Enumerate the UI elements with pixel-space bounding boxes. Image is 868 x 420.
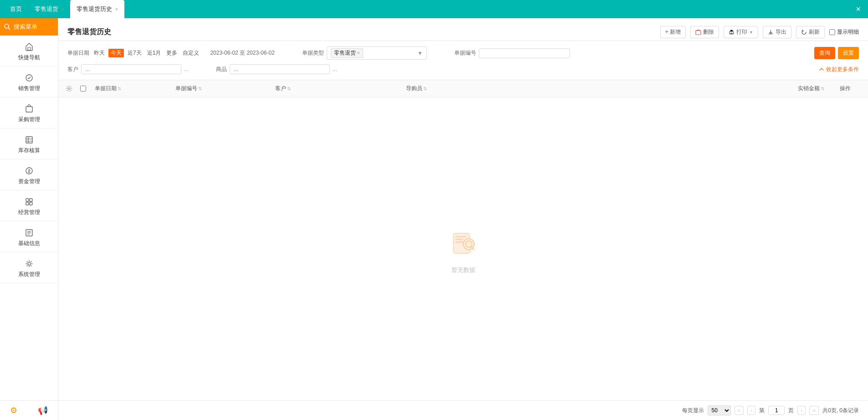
sidebar-gear-icon[interactable]: ⚙ bbox=[10, 405, 17, 415]
sidebar-search[interactable]: 搜索菜单 bbox=[0, 18, 58, 36]
th-date-label: 单据日期 bbox=[95, 85, 117, 92]
query-button[interactable]: 查询 bbox=[814, 47, 835, 59]
bill-type-select-arrow: ▼ bbox=[417, 50, 423, 56]
svg-point-3 bbox=[26, 75, 32, 81]
tab-home[interactable]: 首页 bbox=[4, 0, 28, 18]
page-label: 第 bbox=[759, 407, 765, 415]
date-opt-1month[interactable]: 近1月 bbox=[145, 49, 163, 57]
show-detail-label: 显示明细 bbox=[837, 28, 859, 36]
th-guide[interactable]: 导购员 ⇅ bbox=[403, 81, 503, 96]
sidebar-item-finance[interactable]: 资金管理 bbox=[0, 159, 58, 190]
sidebar-item-system-mgmt[interactable]: 系统管理 bbox=[0, 252, 58, 283]
svg-rect-29 bbox=[455, 241, 464, 243]
finance-icon bbox=[24, 166, 34, 176]
goods-input[interactable] bbox=[230, 64, 330, 74]
goods-dots[interactable]: ... bbox=[333, 66, 337, 72]
delete-button[interactable]: 删除 bbox=[690, 26, 719, 38]
sidebar-item-inventory-label: 库存核算 bbox=[18, 147, 40, 154]
th-bill-no-sort: ⇅ bbox=[198, 86, 202, 91]
refresh-button[interactable]: 刷新 bbox=[796, 26, 825, 38]
tab-retail-return-history[interactable]: 零售退货历史 × bbox=[70, 0, 124, 18]
last-page-button[interactable]: » bbox=[809, 406, 819, 415]
th-amount[interactable]: 实销金额 ⇅ bbox=[759, 81, 827, 96]
date-opt-7days[interactable]: 近7天 bbox=[126, 49, 144, 57]
collapse-button[interactable]: 收起更多条件 bbox=[819, 66, 859, 73]
customer-filter: 客户 ... bbox=[67, 64, 189, 74]
tab-retail-return-close[interactable]: × bbox=[61, 6, 64, 12]
sidebar-item-sales-mgmt-label: 销售管理 bbox=[18, 85, 40, 92]
sidebar-item-quick-nav[interactable]: 快捷导航 bbox=[0, 36, 58, 67]
select-all-checkbox[interactable] bbox=[80, 86, 86, 92]
print-button[interactable]: 打印 ▼ bbox=[724, 26, 758, 38]
th-amount-sort: ⇅ bbox=[821, 86, 824, 91]
customer-input[interactable] bbox=[81, 64, 181, 74]
export-button[interactable]: 导出 bbox=[763, 26, 791, 38]
th-spacer bbox=[503, 85, 759, 92]
svg-rect-12 bbox=[26, 202, 29, 205]
window-close-button[interactable]: × bbox=[852, 5, 864, 14]
customer-label: 客户 bbox=[67, 66, 78, 73]
svg-rect-19 bbox=[696, 31, 701, 35]
sidebar-item-basic-info[interactable]: 基础信息 bbox=[0, 221, 58, 252]
filter-row-2: 客户 ... 商品 ... 收起更多条件 bbox=[67, 64, 859, 74]
show-detail-checkbox[interactable] bbox=[829, 29, 835, 35]
svg-point-24 bbox=[68, 88, 70, 90]
th-bill-no[interactable]: 单据编号 ⇅ bbox=[173, 81, 272, 96]
bill-no-input[interactable] bbox=[479, 48, 570, 58]
next-page-button[interactable]: › bbox=[797, 406, 806, 415]
empty-state: 暂无数据 bbox=[58, 97, 868, 400]
sidebar-speaker-icon[interactable]: 📢 bbox=[38, 405, 48, 415]
sidebar-item-inventory[interactable]: 库存核算 bbox=[0, 128, 58, 159]
svg-point-9 bbox=[26, 168, 32, 174]
page-number-input[interactable]: 1 bbox=[768, 406, 785, 415]
date-range-value: 2023-06-02 至 2023-06-02 bbox=[210, 49, 274, 57]
th-settings[interactable] bbox=[63, 82, 77, 96]
bill-type-select[interactable]: 零售退货 × ▼ bbox=[327, 46, 427, 60]
sidebar-item-operations[interactable]: 经营管理 bbox=[0, 190, 58, 221]
date-opt-today[interactable]: 今天 bbox=[108, 49, 124, 57]
sidebar: 搜索菜单 快捷导航 销售管理 采购管理 库存核算 bbox=[0, 18, 58, 420]
customer-dots[interactable]: ... bbox=[184, 66, 189, 72]
sidebar-item-sales-mgmt[interactable]: 销售管理 bbox=[0, 67, 58, 97]
th-bill-no-label: 单据编号 bbox=[175, 85, 197, 92]
th-date-sort: ⇅ bbox=[118, 86, 121, 91]
date-opt-more[interactable]: 更多 bbox=[164, 49, 179, 57]
empty-text: 暂无数据 bbox=[452, 266, 475, 274]
sidebar-bottom: ⚙ 📢 bbox=[0, 400, 58, 420]
first-page-button[interactable]: « bbox=[734, 406, 744, 415]
svg-rect-4 bbox=[26, 107, 32, 112]
print-dropdown-icon: ▼ bbox=[749, 30, 753, 35]
th-checkbox[interactable] bbox=[77, 82, 92, 95]
date-opt-yesterday[interactable]: 昨天 bbox=[92, 49, 107, 57]
per-page-select[interactable]: 50 10 20 100 bbox=[708, 405, 731, 415]
purchase-icon bbox=[24, 104, 34, 114]
tab-retail-return[interactable]: 零售退货 × bbox=[28, 0, 70, 18]
show-detail-checkbox-label[interactable]: 显示明细 bbox=[829, 28, 859, 36]
svg-rect-28 bbox=[455, 239, 463, 240]
content-area: 零售退货历史 + 新增 删除 打印 ▼ 导出 刷新 bbox=[58, 18, 868, 420]
sidebar-item-purchase-mgmt-label: 采购管理 bbox=[18, 116, 40, 123]
date-opt-custom[interactable]: 自定义 bbox=[181, 49, 201, 57]
sidebar-item-purchase-mgmt[interactable]: 采购管理 bbox=[0, 97, 58, 128]
add-button[interactable]: + 新增 bbox=[660, 26, 686, 38]
svg-point-18 bbox=[28, 262, 31, 265]
sales-icon bbox=[24, 73, 34, 83]
sidebar-item-basic-info-label: 基础信息 bbox=[18, 240, 40, 247]
filter-area: 单据日期 昨天 今天 近7天 近1月 更多 自定义 2023-06-02 至 2… bbox=[58, 41, 868, 80]
delete-button-label: 删除 bbox=[703, 28, 714, 36]
th-date[interactable]: 单据日期 ⇅ bbox=[92, 81, 173, 96]
refresh-button-label: 刷新 bbox=[809, 28, 820, 36]
settings-button[interactable]: 设置 bbox=[838, 47, 859, 59]
bill-type-label: 单据类型 bbox=[302, 49, 324, 57]
tab-retail-return-history-close[interactable]: × bbox=[115, 6, 118, 12]
prev-page-button[interactable]: ‹ bbox=[747, 406, 755, 415]
refresh-icon bbox=[801, 29, 807, 35]
sidebar-item-system-mgmt-label: 系统管理 bbox=[18, 271, 40, 278]
tab-home-label: 首页 bbox=[10, 5, 22, 13]
empty-icon bbox=[445, 224, 482, 261]
th-customer[interactable]: 客户 ⇅ bbox=[272, 81, 403, 96]
bill-type-tag-close[interactable]: × bbox=[357, 51, 360, 56]
date-filter: 单据日期 昨天 今天 近7天 近1月 更多 自定义 bbox=[67, 49, 201, 57]
table-header: 单据日期 ⇅ 单据编号 ⇅ 客户 ⇅ 导购员 ⇅ 实销金额 bbox=[58, 80, 868, 97]
date-range-display: 2023-06-02 至 2023-06-02 bbox=[210, 49, 274, 57]
